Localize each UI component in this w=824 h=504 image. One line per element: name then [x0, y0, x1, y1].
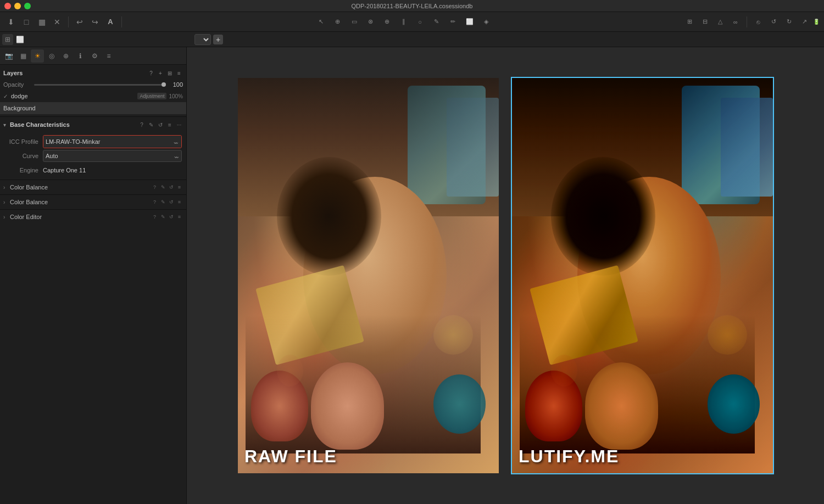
- tool-4[interactable]: ⊗: [364, 15, 377, 29]
- layer-name-dodge: dodge: [11, 93, 137, 99]
- minimize-button[interactable]: [14, 3, 21, 9]
- import-icon[interactable]: ⬇: [4, 15, 18, 29]
- warn-icon[interactable]: △: [714, 15, 727, 29]
- section-toggle-icon: ▾: [3, 122, 10, 128]
- separator-1: [68, 16, 69, 27]
- layers-edit-icon[interactable]: ⊞: [166, 69, 174, 77]
- ce-pencil[interactable]: ✎: [159, 214, 166, 221]
- section-pencil-icon[interactable]: ✎: [147, 121, 155, 128]
- tool-10[interactable]: ⬜: [463, 15, 476, 29]
- sib-tools-icon[interactable]: ⊕: [59, 49, 73, 63]
- color-balance-header-2[interactable]: › Color Balance ? ✎ ↺ ≡: [0, 195, 186, 209]
- section-reset-icon[interactable]: ↺: [157, 121, 164, 128]
- close-icon[interactable]: ✕: [51, 15, 64, 29]
- lutify-photo-image: [512, 78, 773, 473]
- opacity-thumb: [162, 82, 166, 87]
- cb1-pencil[interactable]: ✎: [159, 184, 166, 191]
- titlebar: QDP-20180211-BEAUTY-LEILA.cosessiondb: [0, 0, 824, 12]
- grid-view-icon[interactable]: ⊞: [2, 34, 13, 45]
- cb2-list[interactable]: ≡: [176, 199, 183, 206]
- layer-item-bg[interactable]: Background: [0, 102, 186, 114]
- r4-icon[interactable]: ↗: [798, 15, 811, 29]
- tool-11[interactable]: ◈: [480, 15, 493, 29]
- text-icon[interactable]: A: [104, 15, 117, 29]
- tool-3[interactable]: ▭: [348, 15, 361, 29]
- main-toolbar: ⬇ □ ▦ ✕ ↩ ↪ A ↖ ⊕ ▭ ⊗ ⊕ ∥ ○ ✎ ✏ ⬜ ◈ ⊞ ⊟ …: [0, 12, 824, 32]
- viewer: RAW FILE: [187, 47, 824, 504]
- base-characteristics-header[interactable]: ▾ Base Characteristics ? ✎ ↺ ≡ ···: [0, 117, 186, 132]
- cb1-help[interactable]: ?: [151, 184, 158, 191]
- section-list-icon[interactable]: ≡: [166, 121, 174, 128]
- close-button[interactable]: [4, 3, 11, 9]
- section-more-icon[interactable]: ···: [175, 121, 183, 128]
- grid-icon[interactable]: ▦: [35, 15, 48, 29]
- tool-9[interactable]: ✏: [447, 15, 460, 29]
- sib-meta-icon[interactable]: ≡: [102, 49, 115, 63]
- add-layer-button[interactable]: +: [213, 35, 223, 44]
- view-icon[interactable]: ⊟: [698, 15, 711, 29]
- sib-settings-icon[interactable]: ⚙: [88, 49, 101, 63]
- r2-icon[interactable]: ↺: [767, 15, 780, 29]
- color-editor-header[interactable]: › Color Editor ? ✎ ↺ ≡: [0, 210, 186, 224]
- sib-info-icon[interactable]: ℹ: [74, 49, 87, 63]
- tool-8[interactable]: ✎: [430, 15, 443, 29]
- opacity-value: 100: [169, 81, 183, 88]
- maximize-button[interactable]: [24, 3, 31, 9]
- loop-icon[interactable]: ∞: [729, 15, 742, 29]
- layers-add-icon[interactable]: +: [157, 69, 164, 77]
- tool-1[interactable]: ↖: [315, 15, 328, 29]
- cb2-toggle: ›: [3, 199, 10, 205]
- tool-6[interactable]: ∥: [397, 15, 410, 29]
- sib-camera-icon[interactable]: 📷: [2, 49, 15, 63]
- cb2-help[interactable]: ?: [151, 199, 158, 206]
- ce-reset[interactable]: ↺: [168, 214, 175, 221]
- cb1-icons: ? ✎ ↺ ≡: [151, 184, 183, 191]
- ce-list[interactable]: ≡: [176, 214, 183, 221]
- separator-2: [121, 16, 122, 27]
- layers-controls: ? + ⊞ ≡: [147, 69, 183, 77]
- cb2-pencil[interactable]: ✎: [159, 199, 166, 206]
- tool-2[interactable]: ⊕: [331, 15, 344, 29]
- lutify-photo-card[interactable]: LUTIFY.ME: [511, 77, 774, 474]
- icc-profile-select[interactable]: LM-RAW-TO-Minkar: [43, 136, 181, 148]
- r3-icon[interactable]: ↻: [782, 15, 795, 29]
- battery-indicator: 🔋: [813, 19, 820, 25]
- layers-help-icon[interactable]: ?: [147, 69, 155, 77]
- color-editor-panel: › Color Editor ? ✎ ↺ ≡: [0, 209, 186, 224]
- cb1-title: Color Balance: [10, 184, 151, 191]
- sib-adjust-icon[interactable]: ☀: [31, 49, 44, 63]
- opacity-row: Opacity 100: [0, 79, 186, 90]
- opacity-slider[interactable]: [34, 84, 166, 86]
- section-title: Base Characteristics: [10, 121, 138, 128]
- traffic-lights: [4, 3, 31, 9]
- tool-7[interactable]: ○: [414, 15, 427, 29]
- color-balance-header-1[interactable]: › Color Balance ? ✎ ↺ ≡: [0, 180, 186, 194]
- ce-help[interactable]: ?: [151, 214, 158, 221]
- zoom-icon[interactable]: ⊞: [683, 15, 696, 29]
- section-help-icon[interactable]: ?: [138, 121, 146, 128]
- tool-5[interactable]: ⊕: [381, 15, 394, 29]
- sib-grid-icon[interactable]: ▦: [16, 49, 30, 63]
- raw-photo-card[interactable]: RAW FILE: [237, 77, 500, 474]
- redo-icon[interactable]: ↪: [88, 15, 102, 29]
- ce-toggle: ›: [3, 214, 10, 220]
- engine-row: Engine Capture One 11: [0, 163, 186, 177]
- single-view-icon[interactable]: ⬜: [14, 34, 25, 45]
- layer-select[interactable]: Background: [194, 34, 211, 45]
- cb2-reset[interactable]: ↺: [168, 199, 175, 206]
- layer-check-dodge: ✓: [3, 93, 11, 99]
- layers-header: Layers ? + ⊞ ≡: [0, 67, 186, 79]
- sib-color-icon[interactable]: ◎: [45, 49, 58, 63]
- engine-value: Capture One 11: [43, 167, 182, 173]
- sub-toolbar: ⊞ ⬜ Background +: [0, 32, 824, 47]
- cb1-reset[interactable]: ↺: [168, 184, 175, 191]
- undo-icon[interactable]: ↩: [73, 15, 86, 29]
- layer-item-dodge[interactable]: ✓ dodge Adjustment 100%: [0, 90, 186, 102]
- export-icon[interactable]: □: [20, 15, 33, 29]
- curve-row: Curve Auto ⌄: [0, 149, 186, 163]
- cb1-list[interactable]: ≡: [176, 184, 183, 191]
- r1-icon[interactable]: ⎋: [751, 15, 765, 29]
- lutify-photo-label: LUTIFY.ME: [519, 446, 619, 467]
- layers-menu-icon[interactable]: ≡: [175, 69, 183, 77]
- curve-select[interactable]: Auto: [43, 150, 182, 162]
